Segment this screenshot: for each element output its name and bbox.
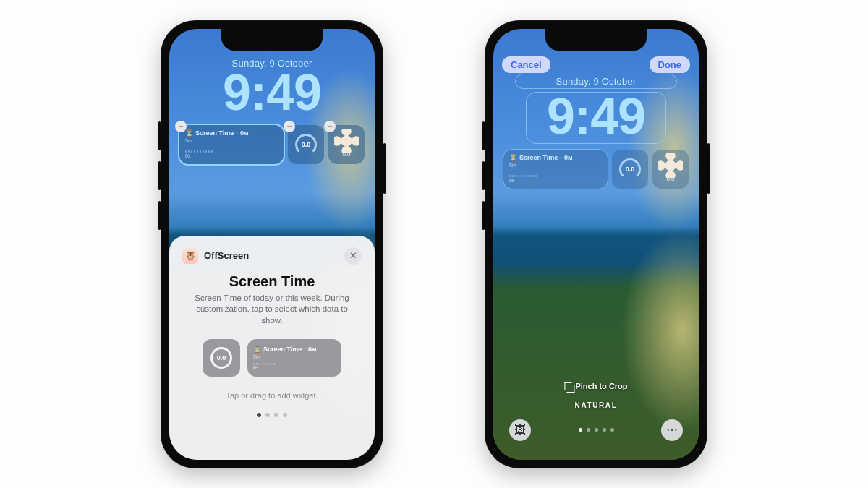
photo-picker-button[interactable]: 🖼 xyxy=(509,419,531,441)
close-button[interactable]: ✕ xyxy=(344,247,362,265)
phone-screen: Sunday, 9 October 9:49 − ⏳ Screen Time ·… xyxy=(169,29,375,460)
pick-screen-time-widget[interactable]: ⏳ Screen Time · 0м 5m 0s xyxy=(247,339,341,377)
gauge-icon xyxy=(295,134,317,155)
lockscreen-content: Sunday, 9 October 9:49 ⏳ Screen Time · 0… xyxy=(493,29,699,460)
widget-row[interactable]: ⏳ Screen Time · 0м 5m 0s xyxy=(493,150,699,189)
gauge-icon xyxy=(210,347,232,369)
widget-picker-sheet: 🦉 OffScreen ✕ Screen Time Screen Time of… xyxy=(169,236,375,460)
close-icon: ✕ xyxy=(349,250,357,261)
lockscreen-time[interactable]: 9:49 xyxy=(223,67,321,118)
phone-mockup-right: Cancel Done Sunday, 9 October 9:49 ⏳ Scr… xyxy=(485,20,707,468)
phone-mockup-left: Sunday, 9 October 9:49 − ⏳ Screen Time ·… xyxy=(161,20,383,468)
widget-flower[interactable]: 0.0 xyxy=(652,150,689,189)
scale-bottom: 0s xyxy=(253,365,275,370)
widget-value: 0м xyxy=(564,154,573,161)
hourglass-icon: ⏳ xyxy=(253,346,261,353)
sheet-hint: Tap or drag to add widget. xyxy=(182,391,362,400)
sheet-description: Screen Time of today or this week. Durin… xyxy=(182,293,362,327)
pick-title: Screen Time xyxy=(263,346,302,353)
time-edit-frame[interactable]: 9:49 xyxy=(526,92,666,144)
lockscreen-time: 9:49 xyxy=(547,91,645,142)
widget-picks: ⏳ Screen Time · 0м 5m 0s xyxy=(182,339,362,377)
remove-widget-icon[interactable]: − xyxy=(175,121,187,132)
done-button[interactable]: Done xyxy=(650,56,691,73)
widget-title: Screen Time xyxy=(519,154,558,161)
scale-top: 5m xyxy=(253,354,275,359)
widget-title: Screen Time xyxy=(195,129,234,137)
notch xyxy=(221,29,323,51)
pinch-to-crop-hint: Pinch to Crop xyxy=(564,382,627,390)
pick-value: 0м xyxy=(308,346,317,353)
sheet-app: 🦉 OffScreen xyxy=(182,248,249,264)
scale-bottom: 0s xyxy=(185,153,278,158)
style-page-indicator[interactable] xyxy=(579,428,614,432)
lockscreen-date: Sunday, 9 October xyxy=(556,76,637,87)
widget-flower[interactable]: − 0.0 xyxy=(328,125,365,164)
pick-gauge-widget[interactable] xyxy=(203,339,240,377)
crop-icon xyxy=(564,382,571,390)
gauge-icon xyxy=(619,158,641,180)
scale-top: 5m xyxy=(185,138,278,143)
phone-screen: Cancel Done Sunday, 9 October 9:49 ⏳ Scr… xyxy=(493,29,699,460)
more-options-button[interactable]: ⋯ xyxy=(661,419,683,441)
hourglass-icon: ⏳ xyxy=(185,129,193,137)
notch xyxy=(545,29,647,51)
date-edit-frame[interactable]: Sunday, 9 October xyxy=(515,74,678,89)
widget-value: 0м xyxy=(240,129,249,137)
scale-bottom: 0s xyxy=(509,178,602,183)
hourglass-icon: ⏳ xyxy=(509,154,517,161)
widget-gauge[interactable] xyxy=(612,150,648,189)
page-indicator xyxy=(182,413,362,417)
widget-row: − ⏳ Screen Time · 0м 5m 0s − xyxy=(169,125,375,164)
widget-screen-time[interactable]: − ⏳ Screen Time · 0м 5m 0s xyxy=(179,125,284,164)
scale-top: 5m xyxy=(509,163,602,168)
ellipsis-icon: ⋯ xyxy=(666,423,678,437)
editor-bottom-bar: 🖼 ⋯ xyxy=(493,419,699,441)
sheet-title: Screen Time xyxy=(182,273,362,290)
flower-icon xyxy=(337,132,356,150)
cancel-button[interactable]: Cancel xyxy=(502,56,550,73)
widget-gauge[interactable]: − xyxy=(288,125,324,164)
style-label[interactable]: NATURAL xyxy=(575,401,618,409)
photo-icon: 🖼 xyxy=(514,424,526,437)
widget-screen-time[interactable]: ⏳ Screen Time · 0м 5m 0s xyxy=(503,150,608,189)
sheet-app-name: OffScreen xyxy=(204,250,249,261)
app-icon: 🦉 xyxy=(182,248,198,264)
flower-icon xyxy=(661,156,680,175)
remove-widget-icon[interactable]: − xyxy=(284,121,295,132)
